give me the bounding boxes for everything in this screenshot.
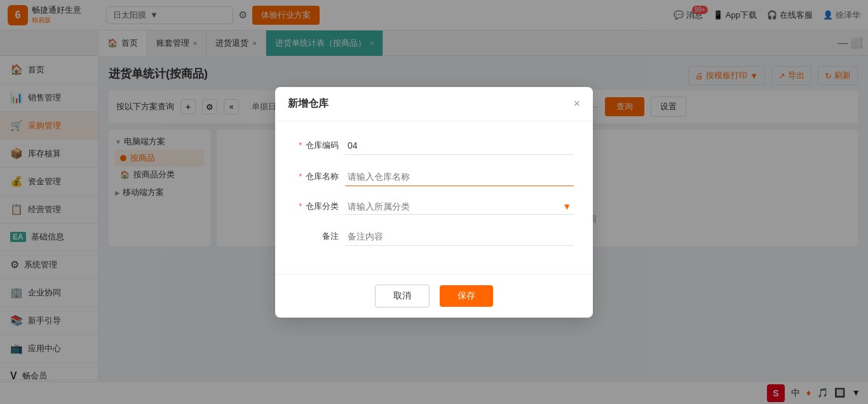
modal-title: 新增仓库 xyxy=(288,97,329,111)
cancel-button[interactable]: 取消 xyxy=(375,285,430,307)
warehouse-name-input[interactable] xyxy=(345,168,574,186)
form-row-category: * 仓库分类 ▼ xyxy=(294,199,574,215)
name-label: * 仓库名称 xyxy=(294,171,339,182)
category-select-input[interactable] xyxy=(348,201,562,212)
category-label: * 仓库分类 xyxy=(294,201,339,212)
remark-input[interactable] xyxy=(345,227,574,246)
modal-close-button[interactable]: × xyxy=(573,97,580,111)
add-warehouse-modal: 新增仓库 × * 仓库编码 * 仓库名称 xyxy=(275,87,593,318)
category-select-row[interactable]: ▼ xyxy=(345,199,574,215)
save-button[interactable]: 保存 xyxy=(440,285,493,307)
warehouse-code-input[interactable] xyxy=(345,137,574,155)
remark-label: 备注 xyxy=(294,231,339,242)
form-row-code: * 仓库编码 xyxy=(294,137,574,155)
modal-footer: 取消 保存 xyxy=(275,274,593,318)
code-label: * 仓库编码 xyxy=(294,140,339,151)
modal-header: 新增仓库 × xyxy=(275,87,593,121)
category-dropdown-icon: ▼ xyxy=(562,201,571,212)
modal-overlay: 新增仓库 × * 仓库编码 * 仓库名称 xyxy=(0,0,868,404)
modal-body: * 仓库编码 * 仓库名称 * 仓库分类 xyxy=(275,121,593,274)
form-row-name: * 仓库名称 xyxy=(294,168,574,186)
form-row-remark: 备注 xyxy=(294,227,574,246)
